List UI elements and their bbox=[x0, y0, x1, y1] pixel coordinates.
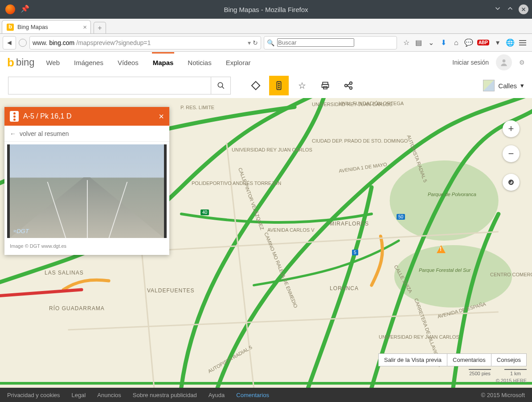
svg-point-1 bbox=[218, 82, 223, 87]
map-label: Parque de Polvoranca bbox=[428, 192, 476, 197]
minimize-button[interactable] bbox=[494, 4, 502, 14]
map-label: Centro Comercial Arroyosur bbox=[490, 272, 532, 277]
print-button[interactable] bbox=[315, 76, 335, 95]
footer-ads[interactable]: Anuncios bbox=[97, 392, 121, 398]
svg-point-3 bbox=[278, 83, 280, 85]
window-title: Bing Mapas - Mozilla Firefox bbox=[224, 6, 308, 13]
footer-legal[interactable]: Legal bbox=[72, 392, 86, 398]
map-style-picker[interactable]: Calles ▾ bbox=[483, 80, 524, 91]
settings-gear-icon[interactable]: ⚙ bbox=[519, 59, 525, 66]
search-icon: 🔍 bbox=[267, 39, 274, 46]
map-label: LAS SALINAS bbox=[45, 270, 84, 276]
nav-news[interactable]: Noticias bbox=[187, 53, 212, 72]
zoom-controls: + − bbox=[503, 120, 520, 162]
scale-km: 1 km bbox=[504, 369, 527, 376]
traffic-button[interactable] bbox=[269, 76, 289, 95]
nav-explore[interactable]: Explorar bbox=[225, 53, 252, 72]
reload-button[interactable]: ↻ bbox=[253, 39, 258, 46]
url-dropdown-icon[interactable]: ▾ bbox=[248, 39, 251, 46]
map-label: P. RES. LIMITE bbox=[180, 105, 214, 110]
pin-icon[interactable]: 📌 bbox=[20, 4, 29, 14]
traffic-light-icon bbox=[10, 111, 19, 122]
url-domain: bing.com bbox=[49, 39, 74, 46]
url-bar[interactable]: www.bing.com/mapspreview?signedup=1 ▾ ↻ bbox=[29, 36, 261, 49]
signin-link[interactable]: Iniciar sesión bbox=[452, 59, 489, 66]
firefox-titlebar: 📌 Bing Mapas - Mozilla Firefox bbox=[0, 0, 532, 19]
map-label: Avenida Carlos V bbox=[267, 227, 315, 233]
avatar-icon[interactable] bbox=[496, 54, 512, 70]
zoom-out-button[interactable]: − bbox=[503, 145, 520, 162]
tab-title: Bing Mapas bbox=[17, 24, 48, 30]
nav-videos[interactable]: Vídeos bbox=[117, 53, 139, 72]
map-search-button[interactable] bbox=[211, 77, 230, 94]
map-label: VALDEFUENTES bbox=[147, 287, 194, 294]
tab-strip: Bing Mapas × + bbox=[0, 19, 532, 34]
bing-header: bbing Web Imágenes Vídeos Mapas Noticias… bbox=[0, 52, 532, 73]
maximize-button[interactable] bbox=[506, 4, 514, 14]
favorites-button[interactable]: ☆ bbox=[292, 76, 312, 95]
browser-search-input[interactable] bbox=[277, 38, 354, 47]
arrow-left-icon: ← bbox=[10, 130, 16, 137]
scale-feet: 2500 pies bbox=[469, 369, 491, 376]
locate-me-button[interactable] bbox=[503, 174, 520, 191]
home-icon[interactable]: ⌂ bbox=[452, 39, 460, 47]
chat-icon[interactable]: 💬 bbox=[465, 39, 473, 47]
map-style-swatch-icon bbox=[483, 80, 495, 91]
firefox-logo-icon bbox=[5, 4, 15, 14]
back-to-summary-link[interactable]: ← volver al resumen bbox=[4, 126, 169, 142]
footer-privacy[interactable]: Privacidad y cookies bbox=[7, 392, 60, 398]
camera-watermark: ≈DGT bbox=[13, 228, 29, 234]
svg-point-5 bbox=[278, 87, 280, 89]
adblock-icon[interactable]: ABP bbox=[477, 40, 489, 45]
close-window-button[interactable] bbox=[519, 4, 528, 14]
nav-web[interactable]: Web bbox=[45, 53, 61, 72]
map-style-label: Calles bbox=[498, 82, 517, 90]
map-label: RÍO GUADARRAMA bbox=[49, 305, 105, 312]
browser-tab[interactable]: Bing Mapas × bbox=[2, 20, 91, 33]
new-tab-button[interactable]: + bbox=[94, 22, 106, 33]
map-label: Ciudad Dep. Prado de Sto. Domingo bbox=[312, 138, 408, 144]
svg-point-12 bbox=[390, 160, 499, 241]
page-footer: Privacidad y cookies Legal Anuncios Sobr… bbox=[0, 388, 532, 402]
toolbar-icons: ☆ ▤ ⌄ ⬇ ⌂ 💬 ABP ▾ 🌐 bbox=[400, 39, 529, 47]
chevron-down-icon: ▾ bbox=[520, 82, 524, 90]
bing-favicon-icon bbox=[7, 24, 14, 31]
bing-logo[interactable]: bbing bbox=[7, 56, 34, 70]
pocket-icon[interactable]: ⌄ bbox=[427, 39, 435, 47]
back-button[interactable]: ◄ bbox=[3, 36, 16, 49]
road-shield: 40 bbox=[201, 209, 209, 215]
dropdown-caret-icon[interactable]: ▾ bbox=[494, 39, 502, 47]
card-title: A-5 / Pk 16,1 D bbox=[23, 112, 72, 120]
footer-help[interactable]: Ayuda bbox=[209, 392, 225, 398]
downloads-icon[interactable]: ⬇ bbox=[440, 39, 448, 47]
menu-button[interactable] bbox=[519, 39, 527, 47]
reader-icon[interactable]: ▤ bbox=[415, 39, 423, 47]
map-canvas[interactable]: Universidad Rey Juan Carlos Univ. Fundac… bbox=[0, 98, 532, 388]
card-header: A-5 / Pk 16,1 D × bbox=[4, 107, 169, 126]
preview-links: Salir de la Vista previa Comentarios Con… bbox=[378, 353, 527, 366]
traffic-camera-image: ≈DGT bbox=[7, 144, 167, 238]
nav-maps[interactable]: Mapas bbox=[152, 52, 175, 72]
svg-point-10 bbox=[350, 82, 352, 85]
overlay-tips-link[interactable]: Consejos bbox=[491, 354, 526, 366]
footer-comments[interactable]: Comentarios bbox=[236, 392, 269, 398]
nav-images[interactable]: Imágenes bbox=[73, 53, 104, 72]
footer-about-ads[interactable]: Sobre nuestra publicidad bbox=[133, 392, 197, 398]
map-label: Parque Forestal del Sur bbox=[419, 267, 471, 273]
map-search-input[interactable] bbox=[8, 77, 211, 94]
exit-preview-link[interactable]: Salir de la Vista previa bbox=[379, 354, 447, 366]
directions-button[interactable] bbox=[246, 76, 266, 95]
url-prefix: www. bbox=[33, 39, 47, 46]
close-tab-button[interactable]: × bbox=[83, 23, 87, 31]
map-copyright-here: © 2015 HERE bbox=[378, 378, 527, 383]
share-button[interactable] bbox=[339, 76, 358, 95]
browser-search[interactable]: 🔍 bbox=[264, 36, 397, 49]
overlay-comments-link[interactable]: Comentarios bbox=[447, 354, 491, 366]
zoom-in-button[interactable]: + bbox=[503, 120, 520, 137]
map-label: Univ. Fundación Ortega bbox=[339, 101, 404, 106]
bookmark-star-icon[interactable]: ☆ bbox=[402, 39, 410, 47]
translate-icon[interactable]: 🌐 bbox=[506, 39, 514, 47]
traffic-camera-card: A-5 / Pk 16,1 D × ← volver al resumen ≈D… bbox=[4, 107, 169, 255]
close-card-button[interactable]: × bbox=[159, 111, 164, 122]
globe-icon bbox=[19, 39, 27, 47]
